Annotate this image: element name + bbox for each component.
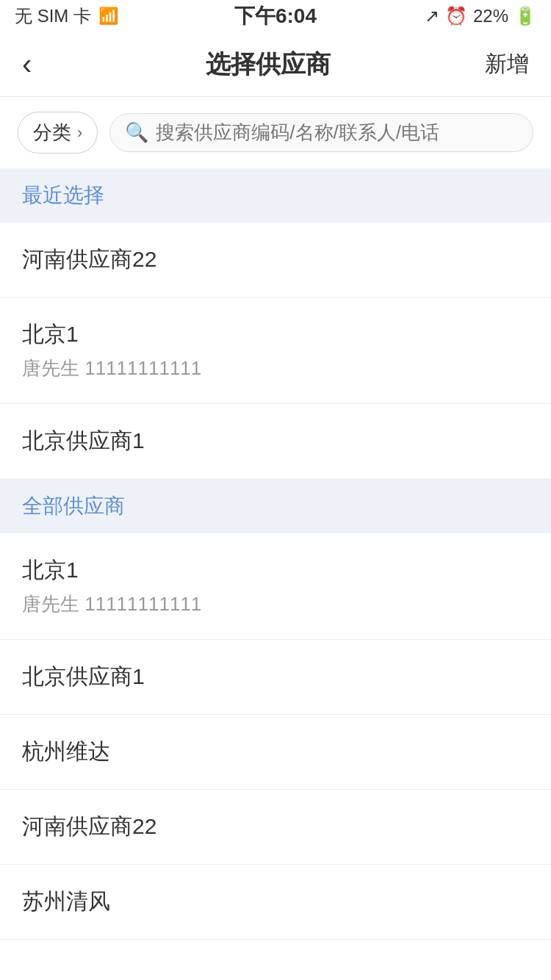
recent-items-list: 河南供应商22北京1唐先生 11111111111北京供应商1 — [0, 223, 551, 479]
item-name: 苏州清风 — [22, 887, 529, 917]
item-sub: 唐先生 11111111111 — [22, 356, 529, 381]
category-label: 分类 — [33, 120, 71, 145]
location-icon: ↗ — [425, 6, 439, 26]
item-name: 杭州维达 — [22, 737, 529, 767]
search-box[interactable]: 🔍 — [109, 113, 533, 152]
wifi-icon: 📶 — [98, 7, 118, 26]
add-button[interactable]: 新增 — [470, 49, 529, 79]
page-title: 选择供应商 — [206, 48, 331, 82]
filter-row: 分类 › 🔍 — [0, 97, 551, 168]
recent-section-label: 最近选择 — [22, 184, 104, 206]
item-name: 河南供应商22 — [22, 245, 529, 275]
item-sub: 唐先生 11111111111 — [22, 591, 529, 617]
list-item[interactable]: 河南供应商22 — [0, 790, 551, 865]
item-name: 北京1 — [22, 555, 529, 586]
all-section-header: 全部供应商 — [0, 479, 551, 533]
recent-section-header: 最近选择 — [0, 168, 551, 223]
battery-icon: 🔋 — [514, 6, 536, 26]
list-item[interactable]: 北京供应商1 — [0, 640, 551, 715]
list-item[interactable]: 杭州维达 — [0, 715, 551, 790]
status-right: ↗ ⏰ 22% 🔋 — [425, 6, 536, 26]
list-item[interactable]: 北京供应商1 — [0, 404, 551, 479]
battery-label: 22% — [473, 6, 508, 26]
nav-bar: ‹ 选择供应商 新增 — [0, 32, 551, 97]
alarm-icon: ⏰ — [445, 6, 467, 26]
category-filter-button[interactable]: 分类 › — [18, 112, 98, 154]
list-item[interactable]: 苏州清风 — [0, 865, 551, 940]
item-name: 北京供应商1 — [22, 662, 529, 692]
item-name: 北京供应商1 — [22, 426, 529, 456]
status-time: 下午6:04 — [234, 2, 317, 30]
all-items-list: 北京1唐先生 11111111111北京供应商1杭州维达河南供应商22苏州清风 — [0, 533, 551, 940]
chevron-right-icon: › — [77, 123, 82, 143]
search-icon: 🔍 — [125, 121, 148, 144]
all-section-label: 全部供应商 — [22, 494, 125, 517]
search-input[interactable] — [156, 121, 518, 144]
status-left: 无 SIM 卡 📶 — [15, 4, 118, 28]
carrier-label: 无 SIM 卡 — [15, 4, 91, 28]
item-name: 河南供应商22 — [22, 812, 529, 842]
item-name: 北京1 — [22, 320, 529, 350]
back-button[interactable]: ‹ — [22, 48, 66, 81]
status-bar: 无 SIM 卡 📶 下午6:04 ↗ ⏰ 22% 🔋 — [0, 0, 551, 32]
list-item[interactable]: 北京1唐先生 11111111111 — [0, 298, 551, 404]
list-item[interactable]: 河南供应商22 — [0, 223, 551, 298]
list-item[interactable]: 北京1唐先生 11111111111 — [0, 533, 551, 640]
